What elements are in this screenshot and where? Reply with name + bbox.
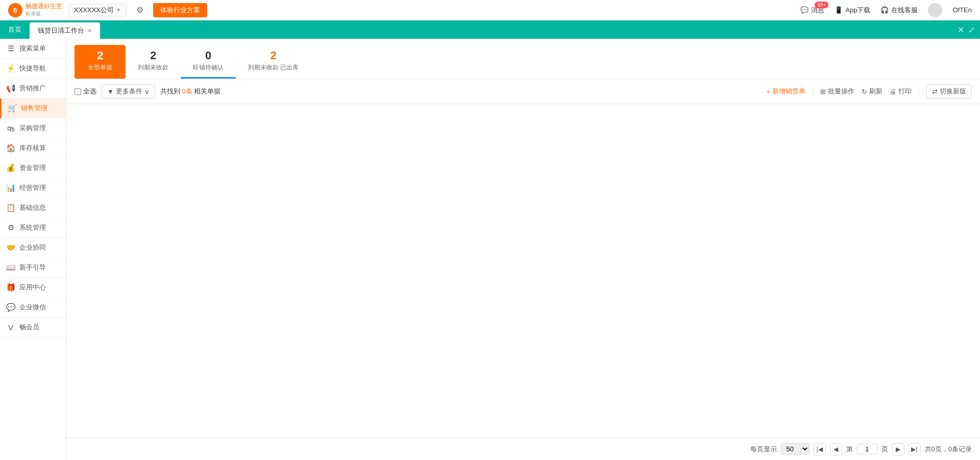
- quick-nav-icon: ⚡: [6, 64, 15, 73]
- operations-icon: 📊: [6, 183, 15, 192]
- online-service-button[interactable]: 🎧 在线客服: [880, 6, 918, 15]
- chevron-down-icon: ▼: [116, 7, 121, 13]
- sidebar-item-inventory[interactable]: 🏠 库存核算: [0, 138, 66, 158]
- filter-tab-all[interactable]: 2 全部单据: [75, 45, 126, 79]
- sidebar-item-search-menu[interactable]: ☰ 搜索菜单: [0, 39, 66, 59]
- service-icon: 🎧: [880, 6, 889, 14]
- filter-icon: ▼: [107, 88, 114, 95]
- sidebar-finance-label: 资金管理: [19, 163, 46, 173]
- sidebar-item-system[interactable]: ⚙ 系统管理: [0, 218, 66, 238]
- company-name: XXXXXX公司: [74, 6, 114, 15]
- refresh-icon: ↻: [862, 88, 867, 95]
- filter-tab-all-count: 2: [97, 49, 103, 62]
- maximize-icon[interactable]: ⤢: [968, 25, 975, 35]
- sidebar-app-center-label: 应用中心: [19, 283, 46, 292]
- page-prefix-label: 第: [846, 445, 853, 454]
- search-menu-icon: ☰: [6, 44, 15, 53]
- chevron-filter-icon: ∨: [144, 88, 150, 95]
- batch-operation-button[interactable]: ⊞ 批量操作: [820, 87, 854, 96]
- sidebar-search-label: 搜索菜单: [19, 44, 46, 53]
- filter-tab-wangpu[interactable]: 0 旺铺待确认: [181, 45, 236, 79]
- batch-btn-label: 批量操作: [828, 87, 854, 96]
- found-info: 共找到 0条 相关单据: [160, 87, 220, 96]
- page-number-input[interactable]: [857, 444, 877, 454]
- close-tab-icon[interactable]: ✕: [87, 28, 92, 34]
- sidebar-item-basic-info[interactable]: 📋 基础信息: [0, 198, 66, 218]
- sidebar-wechat-label: 企业微信: [19, 303, 46, 312]
- online-service-label: 在线客服: [891, 6, 918, 15]
- switch-btn-label: 切换新版: [940, 87, 966, 96]
- sales-icon: 🛒: [8, 104, 17, 113]
- username: OfTEn: [952, 6, 972, 14]
- filter-btn-label: 更多条件: [116, 87, 142, 96]
- content-area: 2 全部单据 2 到期未收款 0 旺铺待确认 2 到期未收款 已出库 全选: [66, 39, 980, 460]
- add-sales-order-button[interactable]: + 新增销货单: [766, 87, 805, 96]
- avatar[interactable]: [928, 3, 942, 17]
- sidebar: ☰ 搜索菜单 ⚡ 快捷导航 📢 营销推广 🛒 销售管理 🛍 采购管理 🏠 库存核…: [0, 39, 66, 460]
- sidebar-basic-info-label: 基础信息: [19, 203, 46, 212]
- select-all-label: 全选: [83, 87, 96, 96]
- sidebar-item-guide[interactable]: 📖 新手引导: [0, 258, 66, 278]
- page-suffix-label: 页: [881, 445, 888, 454]
- tab-workbench[interactable]: 钱货日清工作台 ✕: [30, 22, 100, 39]
- message-badge: 99+: [815, 2, 828, 8]
- sidebar-item-operations[interactable]: 📊 经营管理: [0, 178, 66, 198]
- sidebar-item-sales[interactable]: 🛒 销售管理: [0, 99, 66, 118]
- sidebar-item-marketing[interactable]: 📢 营销推广: [0, 79, 66, 99]
- add-btn-label: 新增销货单: [772, 87, 805, 96]
- gear-icon: ⚙: [136, 5, 143, 15]
- batch-icon: ⊞: [820, 88, 826, 95]
- filter-tabs: 2 全部单据 2 到期未收款 0 旺铺待确认 2 到期未收款 已出库: [66, 39, 980, 79]
- try-plan-button[interactable]: 体验行业方案: [153, 3, 207, 17]
- header-left: 6 畅捷通好生意 标准版 XXXXXX公司 ▼ ⚙ 体验行业方案: [8, 3, 207, 18]
- divider-2: [919, 86, 919, 96]
- next-page-button[interactable]: ▶: [892, 443, 904, 455]
- company-selector[interactable]: XXXXXX公司 ▼: [68, 4, 127, 17]
- filter-tab-wangpu-label: 旺铺待确认: [193, 63, 224, 72]
- first-page-button[interactable]: |◀: [814, 443, 826, 455]
- download-icon: 📱: [835, 6, 843, 14]
- sidebar-item-enterprise[interactable]: 🤝 企业协同: [0, 238, 66, 258]
- sidebar-item-app-center[interactable]: 🎁 应用中心: [0, 278, 66, 298]
- sidebar-enterprise-label: 企业协同: [19, 243, 46, 252]
- switch-version-button[interactable]: ⇄ 切换新版: [926, 84, 972, 99]
- sidebar-item-finance[interactable]: 💰 资金管理: [0, 158, 66, 178]
- sidebar-quick-nav-label: 快捷导航: [19, 64, 46, 73]
- filter-tab-shipped-count: 2: [271, 49, 277, 62]
- prev-page-button[interactable]: ◀: [830, 443, 842, 455]
- sidebar-item-purchase[interactable]: 🛍 采购管理: [0, 118, 66, 138]
- sidebar-item-quick-nav[interactable]: ⚡ 快捷导航: [0, 59, 66, 79]
- app-download-button[interactable]: 📱 App下载: [835, 6, 870, 15]
- logo-icon: 6: [8, 3, 22, 17]
- print-btn-label: 打印: [898, 87, 912, 96]
- more-filter-button[interactable]: ▼ 更多条件 ∨: [102, 84, 155, 99]
- close-window-icon[interactable]: ✕: [958, 25, 964, 35]
- member-icon: V: [6, 323, 15, 332]
- inventory-icon: 🏠: [6, 143, 15, 153]
- found-count: 0条: [182, 87, 192, 95]
- logo-text-block: 畅捷通好生意 标准版: [26, 3, 62, 18]
- system-icon: ⚙: [6, 223, 15, 232]
- nav-tabs: 首页 钱货日清工作台 ✕ ✕ ⤢: [0, 20, 980, 39]
- refresh-button[interactable]: ↻ 刷新: [862, 87, 883, 96]
- print-button[interactable]: 🖨 打印: [890, 87, 912, 96]
- sidebar-item-wechat[interactable]: 💬 企业微信: [0, 298, 66, 318]
- filter-tab-shipped[interactable]: 2 到期未收款 已出库: [236, 45, 311, 79]
- select-all-checkbox[interactable]: 全选: [75, 87, 96, 96]
- select-all-input[interactable]: [75, 88, 81, 95]
- tab-home[interactable]: 首页: [0, 20, 30, 39]
- sidebar-purchase-label: 采购管理: [19, 124, 46, 133]
- toolbar: 全选 ▼ 更多条件 ∨ 共找到 0条 相关单据 + 新增销货单: [66, 79, 980, 104]
- per-page-select[interactable]: 50 100 200: [781, 443, 810, 455]
- enterprise-icon: 🤝: [6, 243, 15, 252]
- sidebar-sales-label: 销售管理: [21, 104, 47, 113]
- last-page-button[interactable]: ▶|: [909, 443, 921, 455]
- total-records-label: 共0页，0条记录: [925, 445, 972, 454]
- sidebar-item-member[interactable]: V 畅会员: [0, 318, 66, 337]
- guide-icon: 📖: [6, 263, 15, 272]
- main-layout: ☰ 搜索菜单 ⚡ 快捷导航 📢 营销推广 🛒 销售管理 🛍 采购管理 🏠 库存核…: [0, 39, 980, 460]
- filter-tab-overdue[interactable]: 2 到期未收款: [126, 45, 181, 79]
- message-button[interactable]: 💬 消息 99+: [800, 6, 824, 15]
- tab-home-label: 首页: [8, 25, 21, 34]
- settings-button[interactable]: ⚙: [133, 3, 147, 17]
